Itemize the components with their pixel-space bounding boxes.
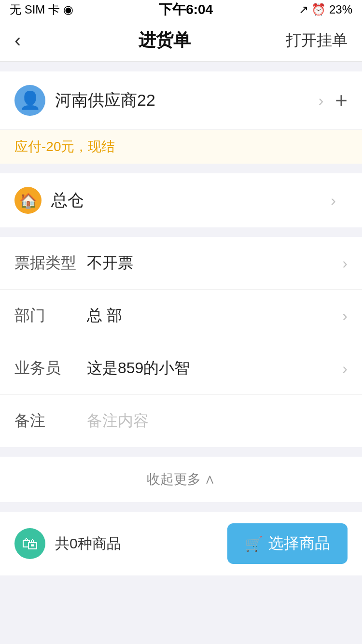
nav-bar: ‹ 进货单 打开挂单 [0, 19, 362, 62]
salesman-label: 业务员 [14, 358, 82, 379]
invoice-type-chevron-icon: › [342, 254, 348, 272]
warehouse-icon: 🏠 [14, 187, 42, 214]
remark-label: 备注 [14, 410, 82, 432]
warehouse-card: 🏠 总仓 › [0, 173, 362, 227]
supplier-avatar: 👤 [14, 85, 45, 116]
form-row-invoice-type[interactable]: 票据类型 不开票 › [0, 237, 362, 290]
department-value: 总 部 [82, 305, 342, 326]
salesman-value: 这是859的小智 [82, 358, 342, 379]
supplier-row[interactable]: 👤 河南供应商22 › + [0, 71, 362, 130]
warehouse-name: 总仓 [51, 189, 331, 211]
form-row-remark[interactable]: 备注 备注内容 [0, 395, 362, 447]
status-left: 无 SIM 卡 ◉ [10, 2, 73, 17]
supplier-name: 河南供应商22 [55, 89, 319, 112]
select-icon: 🛒 [245, 535, 263, 552]
supplier-card: 👤 河南供应商22 › + 应付-20元，现结 [0, 71, 362, 164]
collapse-label: 收起更多 ∧ [147, 470, 216, 489]
section-gap-1 [0, 62, 362, 71]
invoice-type-value: 不开票 [82, 252, 342, 274]
department-label: 部门 [14, 305, 82, 326]
department-chevron-icon: › [342, 307, 348, 325]
status-bar: 无 SIM 卡 ◉ 下午6:04 ↗ ⏰ 23% [0, 0, 362, 19]
select-btn-label: 选择商品 [268, 533, 330, 554]
form-row-salesman[interactable]: 业务员 这是859的小智 › [0, 342, 362, 395]
status-time: 下午6:04 [159, 0, 213, 19]
product-bar: 🛍 共0种商品 🛒 选择商品 [0, 512, 362, 575]
sim-signal: 无 SIM 卡 ◉ [10, 2, 73, 17]
salesman-chevron-icon: › [342, 360, 348, 378]
section-gap-2 [0, 164, 362, 173]
warning-text: 应付-20元，现结 [14, 139, 115, 154]
user-icon: 👤 [19, 90, 41, 111]
open-pending-button[interactable]: 打开挂单 [286, 30, 348, 51]
select-product-button[interactable]: 🛒 选择商品 [227, 523, 348, 564]
supplier-chevron-icon: › [319, 92, 324, 110]
form-section: 票据类型 不开票 › 部门 总 部 › 业务员 这是859的小智 › 备注 备注… [0, 237, 362, 447]
product-count: 共0种商品 [55, 534, 218, 554]
page-background [0, 575, 362, 644]
back-button[interactable]: ‹ [14, 29, 43, 51]
form-row-department[interactable]: 部门 总 部 › [0, 290, 362, 342]
home-icon: 🏠 [19, 192, 37, 209]
remark-value[interactable]: 备注内容 [82, 410, 348, 432]
page-title: 进货单 [139, 28, 191, 52]
collapse-toggle[interactable]: 收起更多 ∧ [0, 457, 362, 502]
add-button[interactable]: + [335, 90, 348, 111]
bag-icon: 🛍 [22, 534, 38, 553]
warning-bar: 应付-20元，现结 [0, 130, 362, 164]
battery-icons: ↗ ⏰ 23% [299, 3, 352, 16]
warehouse-chevron-icon: › [331, 192, 336, 210]
status-right: ↗ ⏰ 23% [299, 3, 352, 16]
product-icon-wrap: 🛍 [14, 528, 45, 559]
warehouse-row[interactable]: 🏠 总仓 › [0, 173, 362, 227]
invoice-type-label: 票据类型 [14, 252, 82, 274]
